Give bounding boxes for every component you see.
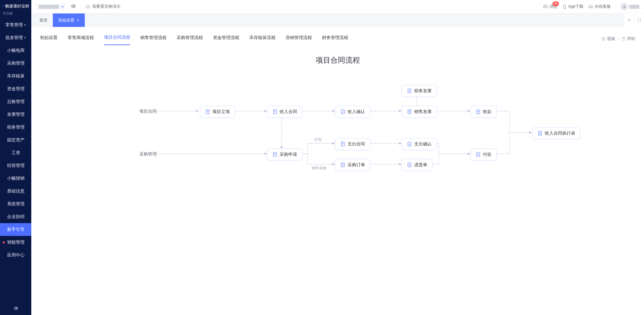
app-name: 畅捷通好业财 — [5, 3, 29, 9]
avatar-icon — [620, 3, 628, 10]
close-tab-button[interactable] — [624, 13, 634, 27]
nav-label: 系统管理 — [7, 201, 25, 207]
nav-label: 应用中心 — [7, 252, 25, 258]
tab-label: 首页 — [39, 18, 47, 23]
messages-badge: 65 — [552, 1, 559, 6]
close-icon[interactable]: ✕ — [76, 18, 79, 23]
node-tax-invoice[interactable]: 税务发票 — [402, 85, 437, 97]
separator: | — [618, 36, 619, 41]
close-icon — [627, 18, 631, 22]
subtab-8[interactable]: 财务管理流程 — [322, 33, 348, 45]
node-income-confirm[interactable]: 收入确认 — [335, 106, 370, 118]
tab-row: 首页初始设置✕ — [31, 13, 644, 27]
nav-label: 智能管理 — [7, 239, 25, 245]
node-project-setup[interactable]: 项目立项 — [200, 106, 235, 118]
settings-button[interactable] — [71, 4, 76, 10]
svg-point-2 — [564, 7, 565, 8]
subtab-1[interactable]: 零售商城流程 — [68, 33, 94, 45]
nav-item-9[interactable]: 固定资产 — [0, 134, 31, 146]
message-icon — [543, 4, 548, 9]
logo: 畅捷通好业财 — [0, 0, 31, 11]
gear-icon — [71, 4, 76, 9]
help-label: 帮助 — [627, 36, 635, 42]
messages-button[interactable]: 消息 65 — [543, 4, 558, 9]
nav-item-18[interactable]: 应用中心 — [0, 249, 31, 261]
branch-label-outsource: 分包 — [314, 137, 322, 142]
flow-title: 项目合同流程 — [37, 45, 639, 79]
nav-item-14[interactable]: 系统管理 — [0, 198, 31, 210]
node-expense-contract[interactable]: 支出合同 — [335, 138, 370, 150]
nav-label: 基础信息 — [7, 188, 25, 194]
tab-0[interactable]: 首页 — [34, 13, 53, 27]
nav-item-7[interactable]: 发票管理 — [0, 108, 31, 121]
nav-item-10[interactable]: 工资 — [0, 146, 31, 159]
chevron-down-icon: ▾ — [24, 23, 26, 27]
nav-item-4[interactable]: 库存核算 — [0, 70, 31, 82]
subtab-7[interactable]: 营销管理流程 — [286, 33, 312, 45]
subtab-4[interactable]: 采购管理流程 — [177, 33, 203, 45]
node-income-contract[interactable]: 收入合同 — [267, 106, 302, 118]
nav-item-1[interactable]: 批发管理▾ — [0, 31, 31, 44]
subtab-0[interactable]: 初始设置 — [40, 33, 58, 45]
subtab-2[interactable]: 项目合同流程 — [104, 32, 130, 45]
nav-label: 经营管理 — [7, 163, 25, 169]
tab-1[interactable]: 初始设置✕ — [53, 13, 85, 27]
help-link[interactable]: 帮助 — [621, 36, 635, 42]
svg-point-3 — [623, 5, 625, 6]
nav-item-3[interactable]: 采购管理 — [0, 57, 31, 70]
demo-label: 我要看实例演示 — [92, 4, 120, 9]
nav-item-15[interactable]: 企业协同 — [0, 210, 31, 223]
nav-label: 工资 — [11, 150, 20, 156]
node-purchase-apply[interactable]: 采购申请 — [267, 148, 302, 161]
row-label-purchase: 采购管理 — [139, 151, 157, 157]
node-receive[interactable]: 收款 — [470, 106, 497, 118]
subtab-6[interactable]: 库存核算流程 — [249, 33, 276, 45]
node-goods-in[interactable]: 进货单 — [402, 159, 432, 171]
subtab-5[interactable]: 资金管理流程 — [213, 33, 239, 45]
node-income-contract-exec[interactable]: 收入合同执行表 — [532, 127, 580, 139]
node-sales-invoice[interactable]: 销售发票 — [402, 106, 437, 118]
headset-icon — [588, 4, 593, 9]
sidebar-settings[interactable] — [0, 303, 31, 315]
nav-label: 采购管理 — [7, 60, 25, 66]
fullscreen-button[interactable] — [634, 13, 644, 27]
nav-item-16[interactable]: 新手引导 — [0, 223, 31, 236]
play-icon — [601, 37, 606, 41]
nav-label: 固定资产 — [7, 137, 25, 143]
nav-label: 发票管理 — [7, 111, 25, 117]
support-button[interactable]: 在线客服 — [588, 4, 611, 9]
gear-icon — [13, 306, 18, 311]
dot-indicator — [3, 241, 5, 243]
video-link[interactable]: 视频 — [601, 36, 615, 42]
nav-item-13[interactable]: 基础信息 — [0, 185, 31, 198]
nav-item-5[interactable]: 资金管理 — [0, 82, 31, 95]
node-purchase-order[interactable]: 采购订单 — [335, 159, 370, 171]
download-label: App下载 — [568, 4, 583, 9]
node-pay[interactable]: 付款 — [470, 148, 497, 161]
video-label: 视频 — [607, 36, 615, 42]
org-selector[interactable]: ▾ — [36, 4, 66, 10]
sidebar: 畅捷通好业财 专业版 零售管理▾批发管理▾小畅电商采购管理库存核算资金管理总账管… — [0, 0, 31, 315]
subtab-row: 初始设置零售商城流程项目合同流程销售管理流程采购管理流程资金管理流程库存核算流程… — [37, 27, 639, 45]
app-logo-icon — [2, 4, 4, 9]
demo-link[interactable]: 我要看实例演示 — [80, 4, 120, 9]
nav-item-11[interactable]: 经营管理 — [0, 159, 31, 172]
nav-item-17[interactable]: 智能管理 — [0, 236, 31, 249]
nav-label: 资金管理 — [7, 86, 25, 92]
org-name-masked — [39, 5, 59, 9]
nav-item-6[interactable]: 总账管理 — [0, 95, 31, 108]
svg-rect-9 — [341, 110, 344, 114]
nav-label: 小畅电商 — [7, 47, 25, 54]
node-expense-confirm[interactable]: 支出确认 — [402, 138, 437, 150]
user-name-masked — [629, 5, 639, 9]
tab-label: 初始设置 — [58, 18, 74, 23]
nav-item-2[interactable]: 小畅电商 — [0, 44, 31, 57]
nav-item-8[interactable]: 税务管理 — [0, 121, 31, 134]
user-menu[interactable] — [620, 3, 639, 10]
svg-rect-0 — [544, 5, 547, 8]
nav-item-0[interactable]: 零售管理▾ — [0, 19, 31, 31]
nav-item-12[interactable]: 小畅报销 — [0, 172, 31, 185]
app-download-button[interactable]: App下载 — [562, 4, 583, 9]
phone-icon — [562, 4, 567, 9]
subtab-3[interactable]: 销售管理流程 — [140, 33, 167, 45]
